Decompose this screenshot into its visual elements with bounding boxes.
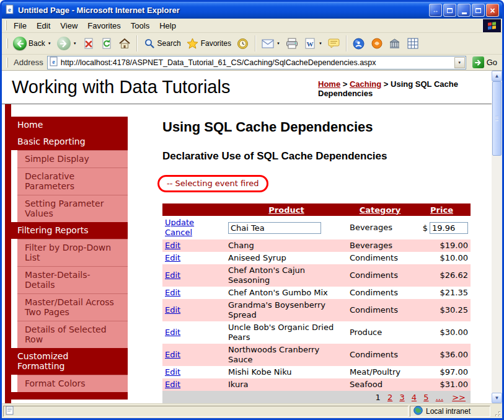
edit-link[interactable]: Edit <box>165 305 180 315</box>
breadcrumb-caching-link[interactable]: Caching <box>350 79 381 89</box>
cancel-link[interactable]: Cancel <box>165 228 192 237</box>
sidebar-item-filtering-reports[interactable]: Filtering Reports <box>11 222 128 239</box>
blue-circle-icon <box>353 37 365 50</box>
svg-text:e: e <box>52 58 55 65</box>
title-bar[interactable]: e Untitled Page - Microsoft Internet Exp… <box>2 2 502 19</box>
pager-link[interactable]: 2 <box>387 393 392 402</box>
menu-view[interactable]: View <box>55 19 82 32</box>
close-button[interactable]: × <box>486 4 499 17</box>
menu-bar-grip[interactable] <box>5 20 7 30</box>
pager-link[interactable]: 4 <box>412 393 417 402</box>
back-arrow-icon <box>13 37 27 50</box>
edit-dropdown-caret[interactable]: ▼ <box>319 42 322 45</box>
sort-product-link[interactable]: Product <box>268 205 304 215</box>
svg-text:W: W <box>306 40 313 48</box>
action-cell: Edit <box>162 252 226 264</box>
word-page-icon: W <box>304 37 316 50</box>
sidebar-item-master-detail-across-two-pages[interactable]: Master/Detail Across Two Pages <box>17 293 128 321</box>
toolbar-grip[interactable] <box>6 38 8 48</box>
sidebar-item-simple-display[interactable]: Simple Display <box>17 150 128 168</box>
window-extra-button-1[interactable]: ↔ <box>429 4 442 17</box>
edit-link[interactable]: Edit <box>165 288 180 297</box>
edit-with-word-button[interactable]: W ▼ <box>301 35 325 51</box>
edit-link[interactable]: Edit <box>165 380 180 389</box>
address-url[interactable]: http://localhost:4178/ASPNET_Data_Tutori… <box>61 58 452 67</box>
windows-logo-throbber <box>482 19 501 32</box>
minimize-button[interactable] <box>458 4 471 17</box>
print-button[interactable] <box>283 35 301 51</box>
edit-link[interactable]: Edit <box>165 241 180 250</box>
window-title: Untitled Page - Microsoft Internet Explo… <box>18 6 426 15</box>
sidebar-item-filter-by-dropdown-list[interactable]: Filter by Drop-Down List <box>17 239 128 266</box>
edit-link[interactable]: Edit <box>165 367 180 377</box>
product-name-input[interactable] <box>228 222 321 234</box>
search-label: Search <box>157 39 181 48</box>
resize-grip[interactable] <box>492 406 501 417</box>
pager-link[interactable]: 5 <box>423 393 428 402</box>
edit-link[interactable]: Edit <box>165 328 180 337</box>
vertical-scrollbar[interactable]: ▲ ▼ <box>492 71 502 403</box>
back-button[interactable]: Back ▼ <box>11 35 54 52</box>
maximize-button[interactable] <box>472 4 485 17</box>
menu-edit[interactable]: Edit <box>32 19 55 32</box>
history-button[interactable] <box>234 35 252 51</box>
scroll-up-button[interactable]: ▲ <box>492 71 502 81</box>
sidebar-item-basic-reporting[interactable]: Basic Reporting <box>11 133 128 150</box>
search-button[interactable]: Search <box>141 35 183 51</box>
update-link[interactable]: Update <box>165 218 194 227</box>
scroll-down-button[interactable]: ▼ <box>492 393 502 403</box>
price-cell: $26.62 <box>413 264 471 287</box>
favorites-button[interactable]: Favorites <box>184 35 234 51</box>
window-controls: ↔ × <box>429 4 499 17</box>
price-edit-cell: $ <box>413 216 471 239</box>
back-dropdown-caret[interactable]: ▼ <box>48 42 51 45</box>
menu-help[interactable]: Help <box>154 19 181 32</box>
mail-button[interactable]: ▼ <box>259 35 283 51</box>
sidebar-item-customized-formatting[interactable]: Customized Formatting <box>11 348 128 375</box>
breadcrumb-home-link[interactable]: Home <box>318 79 340 89</box>
category-cell: Meat/Poultry <box>347 366 413 378</box>
price-input[interactable] <box>430 222 468 234</box>
addon-orange-button[interactable] <box>368 35 386 51</box>
forward-dropdown-caret[interactable]: ▼ <box>73 42 77 45</box>
menu-file[interactable]: File <box>9 19 32 32</box>
edit-link[interactable]: Edit <box>165 270 180 280</box>
sort-price-link[interactable]: Price <box>430 205 453 215</box>
stop-button[interactable] <box>80 35 97 51</box>
sidebar-item-setting-parameter-values[interactable]: Setting Parameter Values <box>17 195 128 222</box>
address-bar-grip[interactable] <box>6 58 8 68</box>
sidebar-item-home[interactable]: Home <box>11 117 128 133</box>
edit-link[interactable]: Edit <box>165 350 180 359</box>
pager-link[interactable]: 3 <box>399 393 404 402</box>
menu-tools[interactable]: Tools <box>126 19 154 32</box>
home-button[interactable] <box>116 35 133 51</box>
grid-header-price: Price <box>413 203 471 216</box>
scrollbar-thumb[interactable] <box>492 81 502 156</box>
sidebar-item-declarative-parameters[interactable]: Declarative Parameters <box>17 168 128 195</box>
sidebar-item-details-of-selected-row[interactable]: Details of Selected Row <box>17 321 128 348</box>
pager-ellipsis-link[interactable]: ... <box>436 393 443 402</box>
addon-grid-button[interactable] <box>404 35 422 51</box>
mail-dropdown-caret[interactable]: ▼ <box>276 42 280 45</box>
messenger-button[interactable] <box>350 35 368 51</box>
grid-header-product: Product <box>226 203 347 216</box>
menu-favorites[interactable]: Favorites <box>82 19 125 32</box>
edit-link[interactable]: Edit <box>165 253 180 262</box>
refresh-button[interactable] <box>98 35 115 51</box>
product-cell: Chef Anton's Cajun Seasoning <box>226 264 347 287</box>
go-label: Go <box>487 58 497 67</box>
go-button[interactable]: Go <box>470 56 500 68</box>
forward-button[interactable]: ▼ <box>55 35 79 52</box>
address-dropdown-button[interactable]: ▼ <box>454 57 465 68</box>
discuss-button[interactable] <box>325 35 343 51</box>
action-cell: Edit <box>162 264 226 287</box>
pager-next-link[interactable]: >> <box>452 393 466 402</box>
sidebar-item-format-colors[interactable]: Format Colors <box>17 375 128 392</box>
sort-category-link[interactable]: Category <box>360 205 400 215</box>
sidebar-item-master-details-details[interactable]: Master-Details-Details <box>17 266 128 293</box>
addon-research-button[interactable] <box>386 35 404 51</box>
grid-row: Edit Northwoods Cranberry Sauce Condimen… <box>162 344 471 366</box>
window-extra-button-2[interactable] <box>443 4 456 17</box>
address-input[interactable]: e http://localhost:4178/ASPNET_Data_Tuto… <box>47 56 466 69</box>
mail-envelope-icon <box>262 37 274 50</box>
